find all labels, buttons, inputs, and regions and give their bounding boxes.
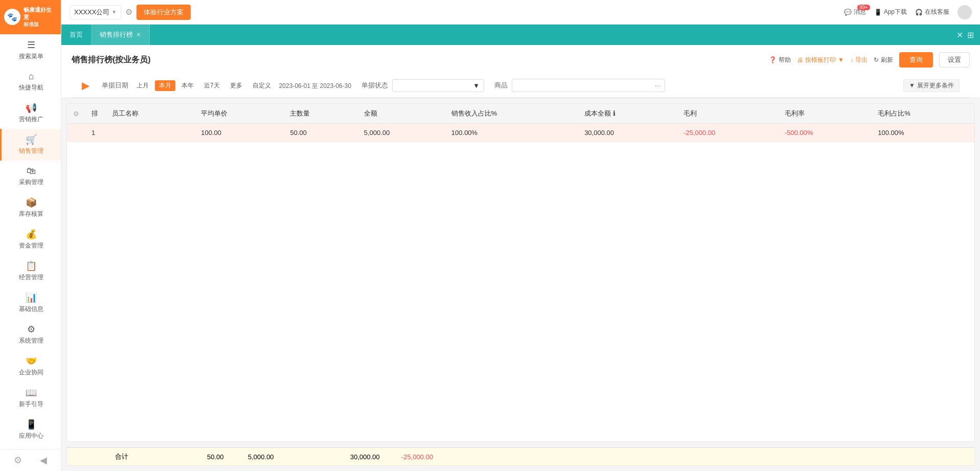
expand-more-btn[interactable]: ▼ 展开更多条件 [903, 79, 960, 92]
footer-gross: -25,000.00 [395, 453, 446, 461]
company-name: XXXXX公司 [74, 8, 109, 17]
topbar-settings-icon[interactable]: ⚙ [125, 7, 132, 17]
table-row: 1 100.00 50.00 5,000.00 100.00% 30,000.0… [67, 124, 974, 142]
sidebar-item-finance[interactable]: 💰 资金管理 [0, 223, 61, 255]
sidebar-item-basic-info[interactable]: 📊 基础信息 [0, 287, 61, 319]
help-btn[interactable]: ❓ 帮助 [769, 56, 791, 64]
sales-ranking-tab-label: 销售排行榜 [100, 30, 133, 39]
tab-home[interactable]: 首页 [61, 25, 92, 45]
sidebar-item-label: 采购管理 [19, 178, 43, 187]
goods-filter: 商品 ··· [494, 79, 665, 92]
tab-sales-ranking[interactable]: 销售排行榜 ✕ [92, 25, 150, 45]
sidebar-item-guide[interactable]: 📖 新手引导 [0, 382, 61, 414]
sales-icon: 🛒 [26, 134, 37, 145]
status-chevron-icon: ▼ [473, 82, 480, 89]
goods-input[interactable]: ··· [512, 79, 665, 92]
message-badge: 99+ [857, 5, 870, 10]
sidebar-item-purchase[interactable]: 🛍 采购管理 [0, 161, 61, 192]
content-area: 销售排行榜(按业务员) ❓ 帮助 🖨 按模板打印 ▼ ↓ 导出 [61, 45, 980, 471]
tab-close-icon[interactable]: ✕ [136, 31, 141, 38]
filter-bar: ▶ 单据日期 上月 本月 本年 近7天 更多 自定义 2023-06-01 至 … [72, 74, 970, 98]
headset-icon: 🎧 [915, 9, 923, 16]
export-label: 导出 [855, 56, 868, 64]
company-selector[interactable]: XXXXX公司 ▼ [70, 5, 121, 19]
inventory-icon: 📦 [26, 197, 37, 208]
refresh-label: 刷新 [881, 56, 893, 64]
export-icon: ↓ [850, 56, 853, 63]
sidebar-item-search[interactable]: ☰ 搜索菜单 [0, 34, 61, 66]
top-bar: XXXXX公司 ▼ ⚙ 体验行业方案 💬 消息 99+ 📱 App下载 🎧 在线… [61, 0, 980, 25]
sidebar-item-quick-nav[interactable]: ⌂ 快捷导航 [0, 66, 61, 97]
status-select[interactable]: ▼ [392, 79, 484, 92]
sidebar-item-management[interactable]: 📋 经营管理 [0, 255, 61, 287]
date-opt-this-month[interactable]: 本月 [155, 80, 175, 91]
footer-qty: 50.00 [201, 453, 242, 461]
tab-restore-icon[interactable]: ⊞ [967, 30, 974, 40]
app-download-btn[interactable]: 📱 App下载 [874, 8, 907, 16]
sidebar-item-sales[interactable]: 🛒 销售管理 [0, 129, 61, 161]
expand-label: 展开更多条件 [917, 81, 954, 90]
sidebar-item-label: 营销推广 [19, 115, 43, 124]
col-settings[interactable]: ⚙ [67, 104, 85, 124]
quick-nav-icon: ⌂ [29, 71, 34, 82]
expand-icon: ▼ [909, 82, 915, 89]
col-sales-ratio: 销售收入占比% [445, 104, 578, 124]
page-actions: ❓ 帮助 🖨 按模板打印 ▼ ↓ 导出 ↻ 刷新 [769, 52, 970, 68]
system-icon: ⚙ [27, 324, 35, 335]
sidebar-item-label: 库存核算 [19, 210, 43, 218]
date-range-text: 2023-06-01 至 2023-06-30 [279, 82, 351, 91]
sidebar-item-system[interactable]: ⚙ 系统管理 [0, 319, 61, 350]
help-icon: ❓ [769, 56, 777, 63]
app-download-label: App下载 [884, 8, 907, 16]
marketing-icon: 📢 [26, 102, 37, 114]
row-avg-price: 100.00 [195, 124, 284, 142]
date-label: 单据日期 [102, 81, 128, 90]
company-chevron-icon: ▼ [111, 9, 117, 15]
date-opt-this-year[interactable]: 本年 [177, 80, 198, 91]
sidebar-item-label: 经营管理 [19, 273, 43, 282]
goods-more-icon[interactable]: ··· [654, 81, 660, 89]
sidebar-item-marketing[interactable]: 📢 营销推广 [0, 97, 61, 129]
logo-icon: 🐾 [4, 9, 20, 25]
home-tab-label: 首页 [70, 30, 83, 39]
trial-button[interactable]: 体验行业方案 [136, 5, 191, 20]
sidebar-item-app-center[interactable]: 📱 应用中心 [0, 414, 61, 445]
sidebar-item-label: 企业协同 [19, 368, 43, 377]
query-button[interactable]: 查询 [899, 52, 933, 68]
purchase-icon: 🛍 [27, 166, 36, 176]
row-amount: 5,000.00 [358, 124, 445, 142]
template-print-label: 按模板打印 [805, 56, 836, 64]
tab-bar: 首页 销售排行榜 ✕ ✕ ⊞ [61, 25, 980, 45]
filter-expand-arrow[interactable]: ▶ [82, 79, 89, 92]
row-qty: 50.00 [284, 124, 357, 142]
sidebar-item-enterprise[interactable]: 🤝 企业协同 [0, 350, 61, 382]
date-opt-7days[interactable]: 近7天 [200, 80, 224, 91]
table-header-row: ⚙ 排 员工名称 平均单价 主数量 全额 销售收入占比% 成本全额 ℹ 毛利 毛… [67, 104, 974, 124]
settings-button[interactable]: 设置 [939, 52, 970, 68]
date-opt-last-month[interactable]: 上月 [132, 80, 153, 91]
refresh-btn[interactable]: ↻ 刷新 [874, 56, 893, 64]
row-name [106, 124, 195, 142]
sidebar-item-label: 销售管理 [19, 147, 43, 155]
main-area: XXXXX公司 ▼ ⚙ 体验行业方案 💬 消息 99+ 📱 App下载 🎧 在线… [61, 0, 980, 471]
online-service-btn[interactable]: 🎧 在线客服 [915, 8, 949, 16]
col-qty: 主数量 [284, 104, 357, 124]
sidebar-item-label: 基础信息 [19, 305, 43, 313]
template-print-btn[interactable]: 🖨 按模板打印 ▼ [797, 56, 844, 64]
export-btn[interactable]: ↓ 导出 [850, 56, 868, 64]
sidebar: 🐾 畅康通好生意 标准版 ☰ 搜索菜单 ⌂ 快捷导航 📢 营销推广 🛒 销售管理… [0, 0, 61, 471]
tab-close-all-icon[interactable]: ✕ [956, 30, 963, 40]
print-icon: 🖨 [797, 56, 803, 63]
date-opt-more[interactable]: 更多 [226, 80, 246, 91]
user-avatar[interactable] [958, 5, 972, 19]
col-avg-price: 平均单价 [195, 104, 284, 124]
status-label: 单据状态 [361, 81, 388, 90]
message-btn[interactable]: 💬 消息 99+ [844, 8, 866, 16]
sidebar-item-inventory[interactable]: 📦 库存核算 [0, 192, 61, 223]
search-menu-icon: ☰ [27, 39, 35, 51]
sidebar-collapse-icon[interactable]: ◀ [40, 455, 47, 466]
date-opt-custom[interactable]: 自定义 [248, 80, 275, 91]
sidebar-item-wechat[interactable]: 💬 企业微信 [0, 445, 61, 449]
sales-table: ⚙ 排 员工名称 平均单价 主数量 全额 销售收入占比% 成本全额 ℹ 毛利 毛… [67, 104, 974, 142]
sidebar-settings-icon[interactable]: ⚙ [14, 455, 22, 466]
